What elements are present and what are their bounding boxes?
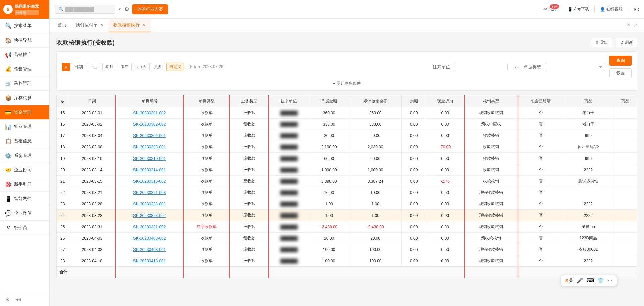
filter-expand-button[interactable]: » bbox=[62, 63, 70, 71]
tab-close-icon[interactable]: × bbox=[100, 22, 104, 28]
custom-date-button[interactable]: 自定义 bbox=[166, 63, 184, 71]
row-biz-type: 应收款 bbox=[230, 187, 269, 198]
sidebar-item-corp[interactable]: 🤝 企业协同 bbox=[0, 163, 49, 177]
sidebar-item-sales[interactable]: 💰 销售管理 bbox=[0, 62, 49, 76]
row-bill-no[interactable]: SK-20230403-002 bbox=[115, 233, 183, 244]
row-bill-no-link[interactable]: SK-20230302-002 bbox=[133, 122, 166, 127]
sidebar-item-label: 搜索菜单 bbox=[14, 23, 32, 29]
col-header-settings[interactable]: ⚙ bbox=[57, 95, 69, 107]
more-date-button[interactable]: 更多 bbox=[151, 63, 165, 71]
row-bill-no-link[interactable]: SK-20230304-001 bbox=[133, 133, 166, 138]
row-bill-no-link[interactable]: SK-20230310-001 bbox=[133, 156, 166, 161]
row-bill-no-link[interactable]: SK-20230418-001 bbox=[133, 259, 166, 263]
row-bill-no-link[interactable]: SK-20230403-002 bbox=[133, 236, 166, 241]
sidebar-item-label: 畅会员 bbox=[14, 225, 27, 231]
settings-icon[interactable]: ⚙ bbox=[124, 6, 129, 12]
tab-pre-receivable[interactable]: 预付应付单 × bbox=[71, 19, 109, 32]
row-cash-discount: 0.00 bbox=[426, 107, 465, 119]
row-bill-no[interactable]: SK-20230314-001 bbox=[115, 164, 183, 176]
user-profile[interactable]: Rit bbox=[634, 7, 639, 12]
row-bill-no-link[interactable]: SK-20230308-001 bbox=[133, 145, 166, 149]
row-bill-type: 收款单 bbox=[183, 119, 229, 130]
sidebar-item-guide[interactable]: 🎯 新手引导 bbox=[0, 177, 49, 192]
row-balance: 0.00 bbox=[402, 130, 426, 141]
this-month-button[interactable]: 本月 bbox=[102, 63, 116, 71]
row-bill-no-link[interactable]: SK-20230331-002 bbox=[133, 225, 166, 229]
sidebar-item-hardware[interactable]: 📱 智能硬件 bbox=[0, 192, 49, 206]
industry-solution-button[interactable]: 体验行业方案 bbox=[132, 4, 168, 14]
tab-collection-cancel[interactable]: 收款核销执行 × bbox=[109, 19, 151, 32]
sidebar-item-inventory[interactable]: 📦 库存核算 bbox=[0, 91, 49, 105]
row-bill-no[interactable]: SK-20230308-001 bbox=[115, 141, 183, 153]
service-button[interactable]: 👤 在线客服 bbox=[600, 6, 623, 12]
sidebar-item-system[interactable]: ⚙️ 系统管理 bbox=[0, 148, 49, 163]
row-bill-no[interactable]: SK-20230301-002 bbox=[115, 107, 183, 119]
sidebar-item-quick-nav[interactable]: 🏠 快捷导航 bbox=[0, 33, 49, 48]
row-bill-no-link[interactable]: SK-20230301-002 bbox=[133, 111, 166, 115]
ime-shirt-icon[interactable]: 👕 bbox=[597, 277, 604, 284]
row-bill-no[interactable]: SK-20230304-001 bbox=[115, 130, 183, 141]
partner-input[interactable] bbox=[454, 63, 508, 71]
sidebar-item-wechat[interactable]: 💬 企业微信 bbox=[0, 206, 49, 221]
row-balance: 0.00 bbox=[402, 187, 426, 198]
row-balance: 0.00 bbox=[402, 210, 426, 221]
sidebar-item-operations[interactable]: 📊 经营管理 bbox=[0, 120, 49, 134]
chevron-down-icon[interactable]: ▾ bbox=[119, 7, 121, 12]
row-bill-no[interactable]: SK-20230328-001 bbox=[115, 198, 183, 210]
message-button[interactable]: ✉ 消息 99+ bbox=[544, 6, 556, 12]
row-bill-no[interactable]: SK-20230331-002 bbox=[115, 221, 183, 233]
row-bill-no-link[interactable]: SK-20230321-003 bbox=[133, 190, 166, 195]
row-bill-no-link[interactable]: SK-20230408-001 bbox=[133, 247, 166, 252]
row-cancel-amount: 360.00 bbox=[349, 107, 402, 119]
expand-more-row[interactable]: ▾ 展开更多条件 bbox=[62, 81, 632, 86]
settings-icon[interactable]: ⚙ bbox=[5, 296, 10, 303]
ime-more-icon[interactable]: ⋯ bbox=[607, 277, 613, 284]
sidebar-item-basic[interactable]: 📋 基础信息 bbox=[0, 134, 49, 148]
more-options-icon[interactable]: ··· bbox=[512, 63, 520, 71]
date-range-text: 不限 至 2023-07-26 bbox=[189, 64, 223, 70]
row-cancel-amount: 3,387.24 bbox=[349, 176, 402, 187]
row-bill-no-link[interactable]: SK-20230315-002 bbox=[133, 179, 166, 184]
ime-keyboard-icon[interactable]: ⌨ bbox=[586, 277, 594, 284]
last-7-days-button[interactable]: 近7天 bbox=[133, 63, 150, 71]
sidebar-item-marketing[interactable]: 📢 营销推广 bbox=[0, 48, 49, 62]
row-bill-no-link[interactable]: SK-20230328-001 bbox=[133, 202, 166, 206]
filter-settings-button[interactable]: 设置 bbox=[609, 68, 632, 78]
row-bill-no[interactable]: SK-20230328-002 bbox=[115, 210, 183, 221]
maximize-icon[interactable]: ⤢ bbox=[633, 22, 637, 28]
app-download-button[interactable]: 📱 App下载 bbox=[568, 6, 589, 12]
row-partner: ██████ bbox=[269, 210, 309, 221]
bill-type-select[interactable] bbox=[545, 63, 605, 71]
sidebar-item-search[interactable]: 🔍 搜索菜单 bbox=[0, 19, 49, 33]
refresh-button[interactable]: ↺ 刷新 bbox=[616, 38, 637, 47]
sidebar-item-finance[interactable]: 💳 资金管理 bbox=[0, 105, 49, 120]
query-button[interactable]: 查询 bbox=[609, 56, 632, 66]
sidebar-item-label: 资金管理 bbox=[14, 109, 32, 115]
app-label: App下载 bbox=[574, 6, 589, 12]
row-date: 2023-03-14 bbox=[69, 164, 115, 176]
this-year-button[interactable]: 本年 bbox=[118, 63, 132, 71]
row-bill-no[interactable]: SK-20230310-001 bbox=[115, 153, 183, 164]
row-bill-no[interactable]: SK-20230321-003 bbox=[115, 187, 183, 198]
tab-close-icon2[interactable]: × bbox=[142, 22, 146, 28]
row-bill-no-link[interactable]: SK-20230314-001 bbox=[133, 168, 166, 172]
row-bill-no[interactable]: SK-20230315-002 bbox=[115, 176, 183, 187]
sidebar-item-member[interactable]: V 畅会员 bbox=[0, 221, 49, 235]
row-bill-no[interactable]: SK-20230418-001 bbox=[115, 255, 183, 267]
row-bill-no-link[interactable]: SK-20230328-002 bbox=[133, 213, 166, 218]
row-amount: 100.00 bbox=[309, 255, 349, 267]
close-window-icon[interactable]: ✕ bbox=[627, 22, 631, 28]
export-button[interactable]: ⬆ 导出 bbox=[591, 38, 612, 47]
sidebar-item-purchase[interactable]: 🛒 采购管理 bbox=[0, 76, 49, 91]
row-bill-no[interactable]: SK-20230302-002 bbox=[115, 119, 183, 130]
row-goods1: 123D商品 bbox=[564, 233, 613, 244]
last-month-button[interactable]: 上月 bbox=[87, 63, 101, 71]
collapse-icon[interactable]: ◀◀ bbox=[15, 297, 21, 302]
ime-mic-icon[interactable]: 🎤 bbox=[576, 277, 583, 284]
row-bill-no[interactable]: SK-20230408-001 bbox=[115, 244, 183, 255]
table-settings-icon[interactable]: ⚙ bbox=[61, 99, 64, 104]
topbar-search[interactable]: 🔍 ██████████ bbox=[55, 5, 115, 14]
table-scroll[interactable]: ⚙ 日期 单据编号 单据类型 业务类型 往来单位 单据金额 累计核销金额 余额 … bbox=[57, 95, 637, 278]
tab-home[interactable]: 首页 bbox=[53, 19, 71, 32]
row-biz-type: 预收款 bbox=[230, 233, 269, 244]
